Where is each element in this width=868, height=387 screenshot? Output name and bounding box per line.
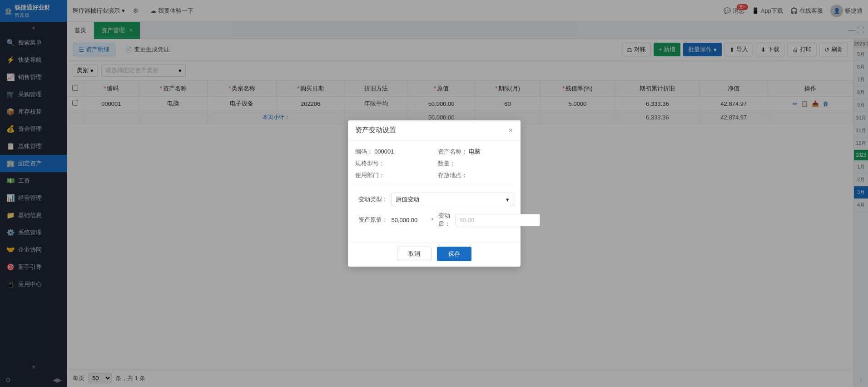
change-type-value: 原值变动 [396,195,419,203]
modal-code: 编码： 000001 [355,148,431,156]
original-value-display: 50,000.00 [392,217,428,223]
modal-body: 编码： 000001 资产名称： 电脑 规格型号： 数量： 使用部门： [348,140,521,241]
modal-close-btn[interactable]: × [508,126,513,134]
modal-overlay: 资产变动设置 × 编码： 000001 资产名称： 电脑 规格型号： 数量： [0,0,868,387]
change-type-label: 变动类型： [355,195,388,203]
change-type-dropdown-icon: ▾ [506,196,509,203]
required-star: * [432,217,434,223]
modal-cancel-btn[interactable]: 取消 [397,247,432,261]
modal-info-grid: 编码： 000001 资产名称： 电脑 规格型号： 数量： 使用部门： [355,148,513,185]
modal-code-value: 000001 [374,148,394,155]
change-type-select[interactable]: 原值变动 ▾ [392,193,513,206]
original-value-label: 资产原值： [355,216,388,224]
modal-name-value: 电脑 [469,148,481,155]
modal-header: 资产变动设置 × [348,120,521,140]
after-change-label: 变动后： [438,212,450,228]
after-change-input[interactable] [456,214,540,226]
modal-spec: 规格型号： [355,159,431,168]
modal-footer: 取消 保存 [348,241,521,267]
modal-location: 存放地点： [438,171,513,179]
modal-asset-name: 资产名称： 电脑 [438,148,513,156]
modal-change-type-row: 变动类型： 原值变动 ▾ [355,193,513,206]
modal-dept: 使用部门： [355,171,431,179]
asset-change-modal: 资产变动设置 × 编码： 000001 资产名称： 电脑 规格型号： 数量： [348,120,521,267]
modal-qty: 数量： [438,159,513,168]
modal-save-btn[interactable]: 保存 [437,247,471,261]
modal-title: 资产变动设置 [355,126,396,134]
modal-value-row: 资产原值： 50,000.00 * 变动后： [355,212,513,228]
